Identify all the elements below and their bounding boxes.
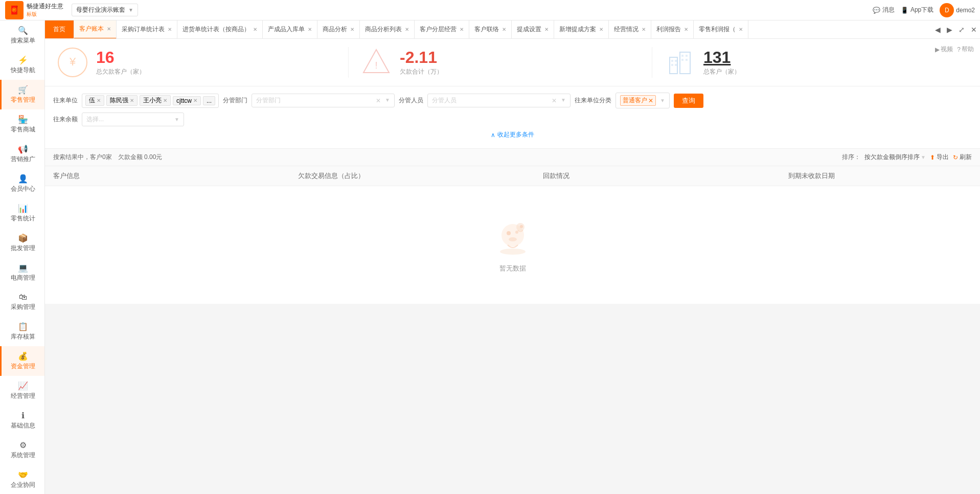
tab-profit-report[interactable]: 利润报告 ✕ <box>651 20 694 39</box>
svg-text:!: ! <box>375 60 377 71</box>
clear-icon[interactable]: ✕ <box>376 97 381 104</box>
svg-point-17 <box>515 231 518 234</box>
tab-customer-layer[interactable]: 客户分层经营 ✕ <box>415 20 469 39</box>
category-select[interactable]: 普通客户 ✕ ▼ <box>616 93 670 108</box>
query-button[interactable]: 查询 <box>674 94 703 108</box>
sidebar-item-member[interactable]: 👤 会员中心 <box>0 169 44 198</box>
home-tab-label: 首页 <box>53 25 65 34</box>
unit-tag-cjttcw[interactable]: cjttcw ✕ <box>173 96 201 105</box>
export-button[interactable]: ⬆ 导出 <box>930 153 949 162</box>
remove-tag-icon[interactable]: ✕ <box>97 98 101 103</box>
close-icon[interactable]: ✕ <box>405 27 409 32</box>
tab-purchase-stats[interactable]: 采购订单统计表 ✕ <box>117 20 177 39</box>
sidebar-item-shop[interactable]: 🏪 零售商城 <box>0 109 44 139</box>
unit-tag-wu[interactable]: 伍 ✕ <box>85 95 104 106</box>
laptop-icon: 💻 <box>18 263 28 273</box>
remove-tag-icon[interactable]: ✕ <box>163 98 167 103</box>
sidebar-item-basic-info[interactable]: ℹ 基础信息 <box>0 406 44 435</box>
close-icon[interactable]: ✕ <box>253 27 257 32</box>
store-selector[interactable]: 母婴行业演示账套 ▼ <box>72 4 138 16</box>
dept-select[interactable]: 分管部门 ✕ ▼ <box>252 94 395 107</box>
tab-retail-profit[interactable]: 零售利润报（ ✕ <box>694 20 748 39</box>
tab-maximize-button[interactable]: ⤢ <box>955 26 968 34</box>
stat-info-1: 16 总欠款客户（家） <box>96 49 145 76</box>
remove-tag-icon[interactable]: ✕ <box>648 97 653 104</box>
tab-home[interactable]: 首页 <box>45 20 74 39</box>
app-download-button[interactable]: 📱 App下载 <box>901 6 933 14</box>
sidebar-item-operations[interactable]: 📈 经营管理 <box>0 376 44 406</box>
close-icon[interactable]: ✕ <box>739 27 743 32</box>
close-icon[interactable]: ✕ <box>544 27 549 32</box>
sidebar-item-purchase[interactable]: 🛍 采购管理 <box>0 287 44 317</box>
col-header-repayment: 回款情况 <box>543 171 788 181</box>
help-button[interactable]: ? 帮助 <box>957 45 974 54</box>
sidebar: 🔍 搜索菜单 ⚡ 快捷导航 🛒 零售管理 🏪 零售商城 📢 营销推广 👤 <box>0 20 45 494</box>
tab-product-inbound[interactable]: 产成品入库单 ✕ <box>263 20 317 39</box>
sidebar-item-retail-stats[interactable]: 📊 零售统计 <box>0 198 44 228</box>
tab-label: 客户分层经营 <box>420 25 457 34</box>
tab-business-status[interactable]: 经营情况 ✕ <box>609 20 651 39</box>
play-icon: ▶ <box>935 46 940 53</box>
close-icon[interactable]: ✕ <box>684 27 688 32</box>
manager-select[interactable]: 分管人员 ✕ ▼ <box>427 94 571 107</box>
tab-close-all-button[interactable]: ✕ <box>968 26 980 34</box>
sidebar-item-label: 零售统计 <box>11 214 35 223</box>
message-button[interactable]: 💬 消息 <box>873 6 895 14</box>
svg-rect-10 <box>681 55 683 57</box>
close-icon[interactable]: ✕ <box>168 27 172 32</box>
dept-filter-label: 分管部门 <box>223 96 247 105</box>
close-icon[interactable]: ✕ <box>350 27 354 32</box>
remove-tag-icon[interactable]: ✕ <box>193 98 197 103</box>
sidebar-item-retail[interactable]: 🛒 零售管理 <box>0 80 44 109</box>
unit-tag-chen[interactable]: 陈民强 ✕ <box>106 95 138 106</box>
close-icon[interactable]: ✕ <box>502 27 506 32</box>
sidebar-item-ecommerce[interactable]: 💻 电商管理 <box>0 258 44 287</box>
tab-add-commission[interactable]: 新增提成方案 ✕ <box>554 20 609 39</box>
stat-info-2: -2.11 欠款合计（万） <box>400 49 443 76</box>
tab-next-button[interactable]: ▶ <box>944 26 955 34</box>
balance-select[interactable]: 选择... ▼ <box>82 113 184 126</box>
tab-label: 客户联络 <box>474 25 499 34</box>
more-tags-button[interactable]: ... <box>203 96 215 105</box>
tab-customer-contact[interactable]: 客户联络 ✕ <box>469 20 512 39</box>
sort-select[interactable]: 按欠款金额倒序排序 ▼ <box>864 153 926 162</box>
refresh-button[interactable]: ↻ 刷新 <box>953 153 972 162</box>
dropdown-arrow-icon: ▼ <box>921 154 926 160</box>
unit-tag-wang[interactable]: 王小亮 ✕ <box>140 95 171 106</box>
search-icon: 🔍 <box>18 26 28 35</box>
clear-icon[interactable]: ✕ <box>552 97 557 104</box>
close-icon[interactable]: ✕ <box>460 27 464 32</box>
megaphone-icon: 📢 <box>18 144 28 154</box>
remove-tag-icon[interactable]: ✕ <box>130 98 134 103</box>
sidebar-item-system[interactable]: ⚙ 系统管理 <box>0 435 44 465</box>
collapse-button[interactable]: ∧ 收起更多条件 <box>53 130 972 139</box>
close-icon[interactable]: ✕ <box>308 27 312 32</box>
sidebar-item-label: 经营管理 <box>11 392 35 400</box>
category-tag[interactable]: 普通客户 ✕ <box>620 95 656 106</box>
sidebar-item-inventory[interactable]: 📋 库存核算 <box>0 317 44 346</box>
sidebar-item-wholesale[interactable]: 📦 批发管理 <box>0 228 44 258</box>
close-icon[interactable]: ✕ <box>107 26 111 32</box>
tab-product-analysis[interactable]: 商品分析 ✕ <box>317 20 360 39</box>
tab-commission-settings[interactable]: 提成设置 ✕ <box>512 20 554 39</box>
unit-tag-group[interactable]: 伍 ✕ 陈民强 ✕ 王小亮 ✕ <box>82 94 219 108</box>
video-button[interactable]: ▶ 视频 <box>935 45 953 54</box>
tab-prev-button[interactable]: ◀ <box>932 26 944 34</box>
col-header-date: 到期未收款日期 <box>788 171 972 181</box>
tab-customer-account[interactable]: 客户账本 ✕ <box>74 20 117 39</box>
tab-label: 采购订单统计表 <box>122 25 165 34</box>
tab-inventory-stats[interactable]: 进货单统计表（按商品） ✕ <box>177 20 263 39</box>
sidebar-item-collab[interactable]: 🤝 企业协同 <box>0 465 44 494</box>
sidebar-item-quicknav[interactable]: ⚡ 快捷导航 <box>0 50 44 80</box>
tab-label: 利润报告 <box>656 25 681 34</box>
close-icon[interactable]: ✕ <box>599 27 603 32</box>
sidebar-item-finance[interactable]: 💰 资金管理 <box>0 346 44 376</box>
user-menu[interactable]: D demo2 <box>940 3 975 17</box>
clipboard-icon: 📋 <box>18 322 28 331</box>
sidebar-item-marketing[interactable]: 📢 营销推广 <box>0 139 44 169</box>
customer-stat-icon: ¥ <box>57 47 88 78</box>
close-icon[interactable]: ✕ <box>642 27 646 32</box>
tab-product-analysis-list[interactable]: 商品分析列表 ✕ <box>360 20 415 39</box>
sidebar-item-search[interactable]: 🔍 搜索菜单 <box>0 20 44 50</box>
result-bar: 搜索结果中，客户0家 欠款金额 0.00元 排序： 按欠款金额倒序排序 ▼ ⬆ … <box>45 149 980 166</box>
